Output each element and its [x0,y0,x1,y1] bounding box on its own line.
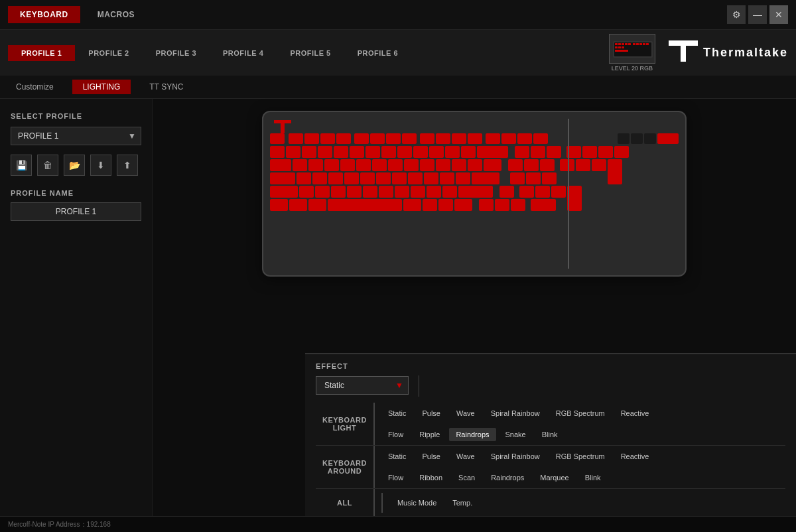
keyboard-around-row1-items: Static Pulse Wave Spiral Rainbow RGB Spe… [374,446,785,467]
effect-table: KEYBOARDLIGHT Static Pulse Wave Spiral R… [316,403,785,517]
keyboard-light-row2-items: Flow Ripple Raindrops Snake Blink [374,424,785,445]
open-icon-btn[interactable]: 📂 [64,155,85,176]
svg-rect-7 [628,43,631,45]
profile-6-button[interactable]: PROFILE 6 [344,45,411,61]
svg-rect-9 [618,46,621,48]
device-thumbnail[interactable]: LEVEL 20 RGB [609,34,655,72]
effect-rgb-spectrum-ka[interactable]: RGB Spectrum [549,450,612,463]
import-icon-btn[interactable]: ⬇ [90,155,111,176]
keyboard-tab[interactable]: KEYBOARD [8,6,80,23]
dropdown-separator [419,375,419,397]
keyboard-visualization [262,111,687,277]
effect-flow-ka[interactable]: Flow [381,471,410,484]
keyboard-around-row2-items: Flow Ribbon Scan Raindrops Marquee Blink [374,467,785,488]
sidebar: SELECT PROFILE PROFILE 1 PROFILE 2 PROFI… [0,99,153,532]
keyboard-keys-area [270,133,679,270]
svg-rect-13 [636,43,639,45]
effect-rgb-spectrum-kl[interactable]: RGB Spectrum [549,407,612,420]
profile-name-label: PROFILE NAME [11,189,141,197]
effect-pulse-ka[interactable]: Pulse [415,450,447,463]
svg-rect-11 [615,50,628,52]
lighting-nav[interactable]: LIGHTING [72,80,131,94]
profile-buttons: PROFILE 1 PROFILE 2 PROFILE 3 PROFILE 4 … [8,45,411,61]
effect-flow-kl[interactable]: Flow [381,428,410,441]
close-button[interactable]: ✕ [769,5,788,24]
all-row: ALL Music Mode Temp. [316,489,785,517]
keyboard-around-label: KEYBOARDAROUND [316,446,374,488]
effect-label: EFFECT [316,362,785,370]
profile-4-button[interactable]: PROFILE 4 [210,45,277,61]
brand-name: Thermaltake [703,46,788,60]
effect-dropdown[interactable]: Static Pulse Wave Raindrops [316,376,409,395]
tt-sync-nav[interactable]: TT SYNC [144,80,188,94]
keyboard-light-label: KEYBOARDLIGHT [316,403,374,445]
keyboard-light-row2: Flow Ripple Raindrops Snake Blink [316,424,785,445]
effect-snake-kl[interactable]: Snake [499,428,533,441]
effect-music-mode[interactable]: Music Mode [391,496,443,509]
svg-rect-14 [639,43,642,45]
effect-reactive-ka[interactable]: Reactive [614,450,656,463]
device-name-label: LEVEL 20 RGB [612,65,653,72]
svg-rect-15 [643,43,645,45]
profile-bar: PROFILE 1 PROFILE 2 PROFILE 3 PROFILE 4 … [0,30,796,76]
settings-button[interactable]: ⚙ [727,5,746,24]
delete-icon-btn[interactable]: 🗑 [37,155,58,176]
effect-wave-ka[interactable]: Wave [450,450,482,463]
effect-wave-kl[interactable]: Wave [450,407,482,420]
main-content: SELECT PROFILE PROFILE 1 PROFILE 2 PROFI… [0,99,796,532]
profile-select[interactable]: PROFILE 1 PROFILE 2 PROFILE 3 PROFILE 4 … [11,127,141,145]
effect-spiral-rainbow-ka[interactable]: Spiral Rainbow [484,450,547,463]
all-row-items: Music Mode Temp. [374,489,785,517]
profile-select-wrapper: PROFILE 1 PROFILE 2 PROFILE 3 PROFILE 4 … [11,127,141,145]
effect-temp[interactable]: Temp. [446,496,479,509]
svg-marker-17 [669,40,698,62]
effect-scan-ka[interactable]: Scan [452,471,482,484]
tt-logo-icon [669,40,698,66]
svg-rect-12 [633,43,635,45]
macros-tab[interactable]: MACROS [86,6,147,23]
profile-1-button[interactable]: PROFILE 1 [8,45,75,61]
profile-name-input[interactable] [11,202,141,221]
all-label: ALL [316,489,374,517]
export-icon-btn[interactable]: ⬆ [117,155,138,176]
svg-rect-3 [615,43,618,45]
keyboard-around-row: KEYBOARDAROUND Static Pulse Wave Spiral … [316,446,785,467]
effect-pulse-kl[interactable]: Pulse [415,407,447,420]
keyboard-light-row: KEYBOARDLIGHT Static Pulse Wave Spiral R… [316,403,785,424]
effect-raindrops-kl[interactable]: Raindrops [449,428,496,441]
profile-5-button[interactable]: PROFILE 5 [277,45,344,61]
device-thumb-image [609,34,655,64]
top-bar: KEYBOARD MACROS ⚙ — ✕ [0,0,796,30]
svg-rect-4 [618,43,621,45]
keyboard-around-row2: Flow Ribbon Scan Raindrops Marquee Blink [316,467,785,488]
effect-raindrops-ka[interactable]: Raindrops [484,471,531,484]
effect-marquee-ka[interactable]: Marquee [533,471,575,484]
svg-marker-18 [274,120,291,133]
ip-address-label: Mercoff-Note IP Address：192.168 [8,520,111,529]
profile-3-button[interactable]: PROFILE 3 [143,45,210,61]
profile-2-button[interactable]: PROFILE 2 [75,45,142,61]
customize-nav[interactable]: Customize [11,80,59,94]
effect-blink-ka[interactable]: Blink [578,471,608,484]
effect-spiral-rainbow-kl[interactable]: Spiral Rainbow [484,407,547,420]
sub-nav: Customize LIGHTING TT SYNC [0,76,796,99]
top-bar-left: KEYBOARD MACROS [8,6,147,23]
effect-ribbon-ka[interactable]: Ribbon [413,471,449,484]
effect-static-kl[interactable]: Static [381,407,413,420]
effect-dropdown-wrapper: Static Pulse Wave Raindrops ▼ [316,376,409,395]
effect-static-ka[interactable]: Static [381,450,413,463]
svg-rect-10 [622,46,624,48]
window-controls: ⚙ — ✕ [727,5,788,24]
minimize-button[interactable]: — [748,5,767,24]
effect-ripple-kl[interactable]: Ripple [413,428,446,441]
profile-bar-right: LEVEL 20 RGB Thermaltake [609,34,788,72]
keyboard-divider [568,119,569,269]
effect-panel: EFFECT Static Pulse Wave Raindrops ▼ KEY… [305,353,796,532]
status-bar: Mercoff-Note IP Address：192.168 [0,516,796,532]
save-icon-btn[interactable]: 💾 [11,155,32,176]
effect-reactive-kl[interactable]: Reactive [614,407,656,420]
all-separator [381,493,383,513]
svg-rect-5 [622,43,624,45]
select-profile-label: SELECT PROFILE [11,112,141,120]
effect-blink-kl[interactable]: Blink [535,428,564,441]
